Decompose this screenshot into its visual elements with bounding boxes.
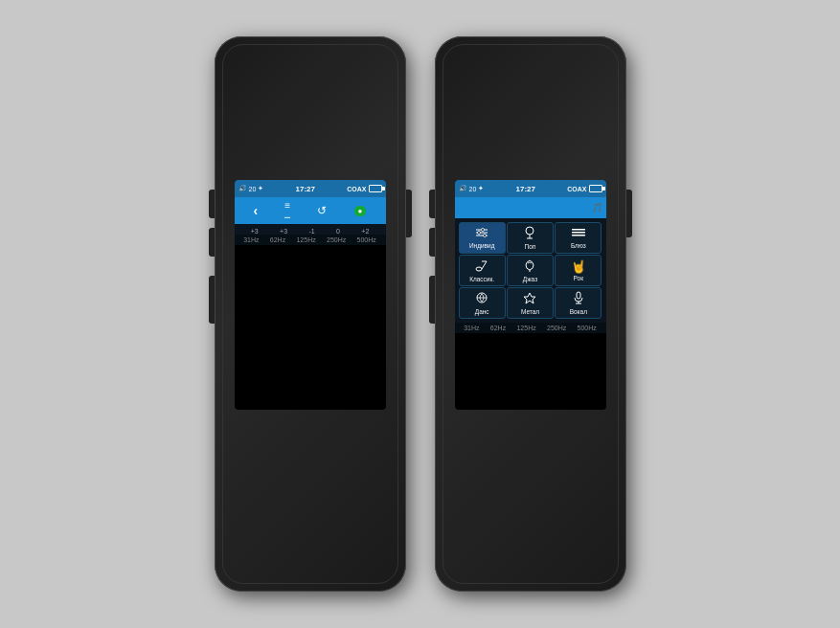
svg-point-11 <box>478 232 481 235</box>
preset-pop[interactable]: Поп <box>507 222 554 254</box>
vocal-icon <box>573 291 584 306</box>
device-eq: 🔊 20 ✦ 17:27 COAX ‹ ≡━━ ↺ ● <box>215 36 406 592</box>
pop-icon <box>523 226 536 241</box>
volume-icon-r: 🔊 <box>459 185 467 192</box>
play-button-r[interactable] <box>429 276 435 324</box>
status-bar: 🔊 20 ✦ 17:27 COAX <box>235 180 386 197</box>
preset-blues[interactable]: Блюз <box>555 222 602 254</box>
preset-vocal[interactable]: Вокал <box>555 287 602 319</box>
volume-icon: 🔊 <box>238 185 247 192</box>
vol-up-button[interactable] <box>209 190 215 218</box>
device-preset: 🔊 20 ✦ 17:27 COAX 🎵 <box>435 36 626 592</box>
bluetooth-icon-r: ✦ <box>478 185 484 192</box>
scene: 🔊 20 ✦ 17:27 COAX ‹ ≡━━ ↺ ● <box>0 0 840 628</box>
eq-settings-icon[interactable]: ≡━━ <box>284 200 290 221</box>
rock-label: Рок <box>574 275 584 281</box>
freq-5: 500Hz <box>357 236 376 243</box>
volume-value: 20 <box>249 186 257 192</box>
rfreq-5: 500Hz <box>578 325 597 331</box>
svg-point-14 <box>526 227 534 235</box>
battery-indicator <box>369 185 382 193</box>
eq-screen: 🔊 20 ✦ 17:27 COAX ‹ ≡━━ ↺ ● <box>235 180 386 410</box>
svg-rect-19 <box>572 235 585 236</box>
rfreq-2: 62Hz <box>490 325 506 331</box>
vocal-label: Вокал <box>570 308 587 315</box>
eq-area: +3 +3 -1 0 +2 <box>235 224 386 245</box>
eq-val-1: +3 <box>251 228 259 235</box>
back-button[interactable]: ‹ <box>254 203 259 218</box>
preset-metal[interactable]: Метал <box>507 287 554 319</box>
output-label-r: COAX <box>567 186 586 192</box>
metal-label: Метал <box>521 308 539 315</box>
preset-classic[interactable]: Классик. <box>459 255 506 286</box>
preset-individ[interactable]: Индивид <box>459 222 506 254</box>
jazz-label: Джаз <box>523 276 537 282</box>
output-label: COAX <box>347 186 366 192</box>
reset-icon[interactable]: ↺ <box>317 204 327 217</box>
jazz-icon <box>523 258 536 274</box>
top-strip: 🎵 <box>455 197 606 218</box>
power-button-r[interactable] <box>626 190 632 237</box>
eq-val-5: +2 <box>361 228 369 235</box>
vol-down-button[interactable] <box>209 228 215 257</box>
freq-3: 125Hz <box>296 236 315 243</box>
individ-icon <box>474 227 489 240</box>
vol-up-button-r[interactable] <box>429 190 435 218</box>
preset-jazz[interactable]: Джаз <box>507 255 554 286</box>
eq-labels: 31Hz 62Hz 125Hz 250Hz 500Hz <box>235 235 386 245</box>
eq-val-2: +3 <box>280 228 287 235</box>
eq-toolbar: ‹ ≡━━ ↺ ● <box>235 197 386 224</box>
play-button[interactable] <box>209 276 215 324</box>
rfreq-4: 250Hz <box>547 325 566 331</box>
blues-label: Блюз <box>571 242 586 249</box>
rock-icon: 🤘 <box>571 260 586 273</box>
svg-marker-26 <box>524 293 535 303</box>
time-display: 17:27 <box>296 185 315 193</box>
rfreq-3: 125Hz <box>516 325 535 331</box>
rfreq-1: 31Hz <box>464 325 479 331</box>
classic-icon <box>475 258 488 274</box>
toggle-switch[interactable]: ● <box>354 206 367 216</box>
svg-rect-18 <box>572 232 585 234</box>
dance-icon <box>475 291 488 306</box>
eq-bottom-labels-r: 31Hz 62Hz 125Hz 250Hz 500Hz <box>455 323 606 333</box>
vol-down-button-r[interactable] <box>429 228 435 257</box>
eq-val-3: -1 <box>308 228 314 235</box>
eq-val-4: 0 <box>336 228 340 235</box>
preset-dance[interactable]: Данс <box>459 287 506 319</box>
volume-value-r: 20 <box>469 186 477 192</box>
svg-rect-17 <box>572 229 585 231</box>
svg-line-21 <box>482 261 487 269</box>
classic-label: Классик. <box>469 276 494 282</box>
freq-4: 250Hz <box>327 236 346 243</box>
dance-label: Данс <box>475 308 489 315</box>
metal-icon <box>523 291 536 306</box>
freq-2: 62Hz <box>270 236 285 243</box>
svg-point-13 <box>484 235 487 237</box>
preset-screen: 🔊 20 ✦ 17:27 COAX 🎵 <box>455 180 606 410</box>
status-bar-r: 🔊 20 ✦ 17:27 COAX <box>455 180 606 197</box>
svg-rect-27 <box>577 292 580 299</box>
preset-rock[interactable]: 🤘 Рок <box>555 255 602 286</box>
svg-point-20 <box>476 267 482 271</box>
svg-point-12 <box>482 229 485 232</box>
individ-label: Индивид <box>469 242 495 249</box>
eq-values: +3 +3 -1 0 +2 <box>235 224 386 235</box>
preset-grid: Индивид Поп <box>455 218 606 323</box>
bluetooth-icon: ✦ <box>258 185 263 192</box>
power-button[interactable] <box>406 190 412 237</box>
partial-icon: 🎵 <box>592 203 602 213</box>
blues-icon <box>571 227 586 240</box>
battery-indicator-r <box>589 185 602 193</box>
freq-1: 31Hz <box>243 236 259 243</box>
preset-area: Индивид Поп <box>455 218 606 333</box>
pop-label: Поп <box>525 243 536 250</box>
time-display-r: 17:27 <box>516 185 535 193</box>
